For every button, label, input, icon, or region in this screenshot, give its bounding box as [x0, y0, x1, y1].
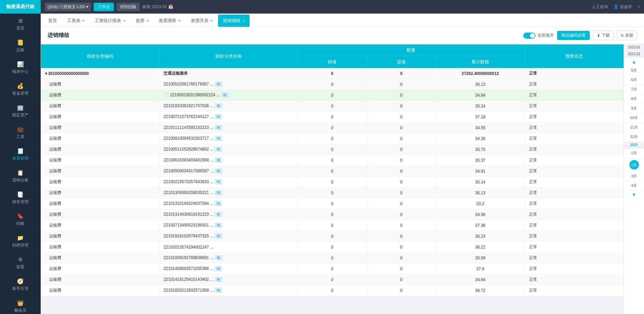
month-8[interactable]: 8月 — [624, 94, 644, 104]
sidebar-item-sales-desk[interactable]: 📋 进销台账 — [0, 165, 41, 187]
sidebar-item-fixed-assets[interactable]: 🏢 固定资产 — [0, 100, 41, 122]
unit-tag: 吨 — [215, 255, 222, 260]
table-cell-sales: 0 — [298, 112, 367, 122]
sidebar-item-tax[interactable]: 📑 税务管理 — [0, 187, 41, 209]
month-4[interactable]: 4月 — [624, 181, 644, 191]
table-cell-sales: 0 — [298, 285, 367, 296]
table-cell-status: 正常 — [525, 122, 623, 133]
table-cell-input: 0 — [367, 220, 436, 231]
table-cell-status: 正常 — [525, 155, 623, 166]
month-6[interactable]: 6月 — [624, 75, 644, 85]
table-cell-invoice: 22101910361921707536 ... 吨 — [159, 101, 298, 112]
sidebar-item-new-guide[interactable]: 🧭 新手引导 — [0, 274, 41, 296]
table-cell-status: 正常 — [525, 79, 623, 90]
unit-tag: 吨 — [215, 179, 222, 184]
table-cell-status: 正常 — [525, 68, 623, 79]
download-button[interactable]: ⬇ 下载 — [593, 31, 613, 40]
ledger-icon: 📒 — [17, 39, 24, 46]
sidebar-item-member[interactable]: 👑 畅会员 — [0, 296, 41, 314]
tab-invoice-open-close[interactable]: × — [211, 19, 213, 23]
table-cell-sales: 0 — [298, 209, 367, 220]
table-cell-input: 0 — [367, 253, 436, 263]
tab-invoice-open[interactable]: 发票开具 × — [186, 15, 217, 27]
table-cell-input: 0 — [367, 144, 436, 155]
table-cell-sales: 0 — [298, 68, 367, 79]
sidebar-item-label: 进销台账 — [12, 177, 28, 183]
sidebar-item-archive[interactable]: 📁 归档管理 — [0, 231, 41, 252]
sidebar-item-home[interactable]: ⊞ 首页 — [0, 14, 41, 35]
sidebar-item-settings[interactable]: ⚙ 设置 — [0, 252, 41, 274]
month-7[interactable]: 7月 — [624, 85, 644, 94]
goods-code-button[interactable]: 商品编码设置 — [557, 31, 590, 40]
toggle-switch[interactable] — [523, 33, 535, 39]
tab-salary[interactable]: 工资表 × — [62, 15, 89, 27]
sidebar-item-settlement[interactable]: 🔖 结账 — [0, 209, 41, 231]
tab-invoice-calc[interactable]: 发票测算 × — [154, 15, 185, 27]
sidebar-item-label: 结账 — [16, 221, 24, 227]
tab-invoice-calc-close[interactable]: × — [178, 19, 180, 23]
table-cell-code: 运输费 — [41, 112, 159, 122]
sidebar-item-reports[interactable]: 📊 报表中心 — [0, 57, 41, 79]
download-label: 下载 — [602, 33, 610, 38]
tab-invoice[interactable]: 发票 × — [131, 15, 153, 27]
tab-home[interactable]: 首页 — [43, 15, 62, 27]
settlement-icon: 🔖 — [17, 213, 24, 219]
support-link[interactable]: 人工咨询 — [592, 4, 608, 10]
refresh-label: 刷新 — [625, 33, 633, 38]
sidebar-item-label: 新手引导 — [12, 286, 28, 292]
sidebar-item-funds[interactable]: 💰 资金管理 — [0, 79, 41, 100]
unit-tag: 吨 — [215, 81, 222, 87]
prev-period-button[interactable]: 切到旧版 — [117, 3, 140, 11]
table-cell-sales: 0 — [298, 274, 367, 285]
month-5[interactable]: 5月 — [624, 66, 644, 75]
table-cell-invoice: 22100523381780176567 ... 吨 — [159, 79, 298, 90]
table-cell-invoice: 22101111143592152210 ... 吨 — [159, 122, 298, 133]
table-cell-input: 0 — [367, 198, 436, 209]
refresh-button[interactable]: ↻ 刷新 — [617, 31, 637, 40]
month-9[interactable]: 9月 — [624, 104, 644, 113]
dropdown-icon: ▾ — [86, 4, 88, 9]
col-cumulative: 累计数额 — [436, 56, 525, 68]
table-cell-invoice: 22100810094532303717 ... 吨 — [159, 133, 298, 144]
month-1[interactable]: 1月 — [624, 149, 644, 158]
user-menu[interactable]: 👤 徐鉴华 — [613, 4, 632, 10]
sidebar-item-ledger[interactable]: 📒 总账 — [0, 35, 41, 57]
tab-sales-reconcile-close[interactable]: × — [242, 19, 245, 23]
table-cell-code: 运输费 — [41, 79, 159, 90]
window-close-button[interactable]: × — [638, 4, 640, 9]
main-table: 税收分类编码 税收分类名称 数量 预警状态 销项 进项 累计数额 ▾ 30100… — [41, 44, 624, 296]
unit-tag: 吨 — [215, 201, 222, 206]
col-quantity: 数量 — [298, 44, 525, 56]
scroll-down-button[interactable]: ▼ — [624, 191, 644, 199]
table-cell-invoice: 22101314030816191223 ... 吨 — [159, 209, 298, 220]
workspace-button[interactable]: 工作台 — [94, 3, 114, 11]
expand-all-toggle[interactable]: 全部展开 — [523, 33, 554, 39]
table-cell-input: 0 — [367, 68, 436, 79]
month-11[interactable]: 11月 — [624, 123, 644, 132]
table-cell-code: 运输费 — [41, 209, 159, 220]
month-3[interactable]: 3月 — [624, 172, 644, 181]
table-cell-input: 0 — [367, 274, 436, 285]
unit-tag: 吨 — [215, 266, 222, 271]
table-cell-code: 运输费 — [41, 253, 159, 263]
unit-tag: 吨 — [215, 277, 222, 282]
table-cell-input: 0 — [367, 122, 436, 133]
unit-tag: 吨 — [215, 136, 222, 141]
table-cell-code: 运输费 — [41, 198, 159, 209]
scroll-up-button[interactable]: ▲ — [624, 58, 644, 66]
tab-salary-stats-close[interactable]: × — [123, 19, 125, 23]
tab-salary-close[interactable]: × — [82, 19, 84, 23]
month-2-active[interactable]: 2月 — [629, 160, 639, 170]
month-10[interactable]: 10月 — [624, 113, 644, 123]
tab-invoice-close[interactable]: × — [147, 19, 149, 23]
sidebar-item-invoice-mgmt[interactable]: 🧾 发票管理 — [0, 144, 41, 165]
month-12[interactable]: 12月 — [624, 132, 644, 142]
company-selector[interactable]: (勿动) 江西报宝-LSS ▾ — [45, 3, 91, 11]
table-container[interactable]: 税收分类编码 税收分类名称 数量 预警状态 销项 进项 累计数额 ▾ 30100… — [41, 44, 624, 314]
tab-sales-reconcile[interactable]: 进销稽核 × — [218, 15, 249, 27]
sidebar-item-salary[interactable]: 💼 工资 — [0, 122, 41, 144]
table-cell-code: 运输费 — [41, 144, 159, 155]
tab-salary-stats[interactable]: 工资统计报表 × — [90, 15, 130, 27]
calendar-icon: 📅 — [168, 4, 173, 9]
tab-invoice-label: 发票 — [136, 18, 144, 24]
